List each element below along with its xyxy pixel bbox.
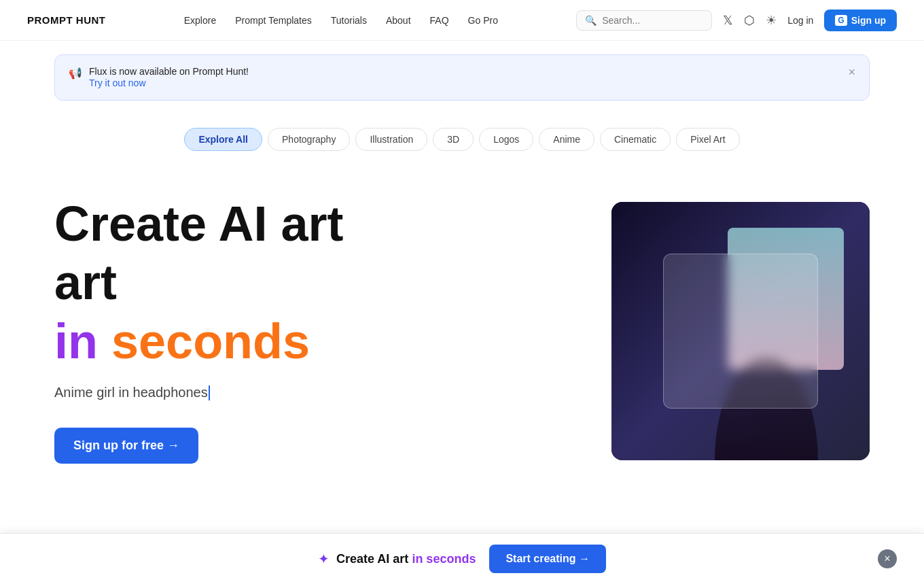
tab-explore-all[interactable]: Explore All <box>184 128 262 151</box>
announcement-message: Flux is now available on Prompt Hunt! <box>89 66 249 77</box>
tab-pixel-art[interactable]: Pixel Art <box>676 128 739 151</box>
hero-title-gradient: in seconds <box>54 315 571 368</box>
search-box[interactable]: 🔍 <box>576 10 712 31</box>
hero-image <box>611 202 870 460</box>
tab-photography[interactable]: Photography <box>268 128 350 151</box>
hero-section: Create AI art art in seconds Anime girl … <box>0 171 924 504</box>
announcement-content: 📢 Flux is now available on Prompt Hunt! … <box>69 66 249 89</box>
login-button[interactable]: Log in <box>787 15 813 26</box>
announcement-text: Flux is now available on Prompt Hunt! Tr… <box>89 66 249 89</box>
discord-icon[interactable]: ⬡ <box>744 13 755 28</box>
hero-title-line1: Create AI art <box>54 199 571 250</box>
site-logo[interactable]: PROMPT HUNT <box>27 14 106 26</box>
nav-links: Explore Prompt Templates Tutorials About… <box>184 15 498 26</box>
announcement-close-button[interactable]: × <box>848 66 855 78</box>
category-tabs: Explore All Photography Illustration 3D … <box>0 114 924 171</box>
hero-subtitle-text: Anime girl in headphones <box>54 385 208 400</box>
hero-seconds-text: seconds <box>111 314 310 368</box>
tab-illustration[interactable]: Illustration <box>355 128 427 151</box>
signup-button[interactable]: G Sign up <box>824 10 897 31</box>
signup-label: Sign up <box>851 15 886 26</box>
tab-anime[interactable]: Anime <box>539 128 594 151</box>
twitter-icon[interactable]: 𝕏 <box>723 13 733 28</box>
nav-tutorials[interactable]: Tutorials <box>331 15 367 26</box>
nav-about[interactable]: About <box>386 15 411 26</box>
announcement-link[interactable]: Try it out now <box>89 78 146 88</box>
megaphone-icon: 📢 <box>69 67 82 80</box>
nav-explore[interactable]: Explore <box>184 15 216 26</box>
search-input[interactable] <box>602 15 703 26</box>
google-icon: G <box>835 15 847 26</box>
hero-title-art: art <box>54 257 571 309</box>
tab-cinematic[interactable]: Cinematic <box>600 128 671 151</box>
search-icon: 🔍 <box>585 15 597 26</box>
navbar: PROMPT HUNT Explore Prompt Templates Tut… <box>0 0 924 41</box>
hero-right <box>611 202 870 460</box>
hero-in-text: in <box>54 314 98 368</box>
nav-go-pro[interactable]: Go Pro <box>468 15 498 26</box>
signup-cta-button[interactable]: Sign up for free → <box>54 428 198 464</box>
nav-faq[interactable]: FAQ <box>430 15 449 26</box>
cursor-blink <box>209 385 210 400</box>
nav-right: 🔍 𝕏 ⬡ ☀ Log in G Sign up <box>576 10 897 31</box>
theme-toggle[interactable]: ☀ <box>766 13 777 28</box>
nav-prompt-templates[interactable]: Prompt Templates <box>235 15 312 26</box>
tab-3d[interactable]: 3D <box>433 128 474 151</box>
tab-logos[interactable]: Logos <box>479 128 533 151</box>
hero-subtitle: Anime girl in headphones <box>54 385 571 400</box>
announcement-bar: 📢 Flux is now available on Prompt Hunt! … <box>54 54 870 101</box>
hero-left: Create AI art art in seconds Anime girl … <box>54 199 571 464</box>
hero-image-overlay <box>663 254 818 409</box>
